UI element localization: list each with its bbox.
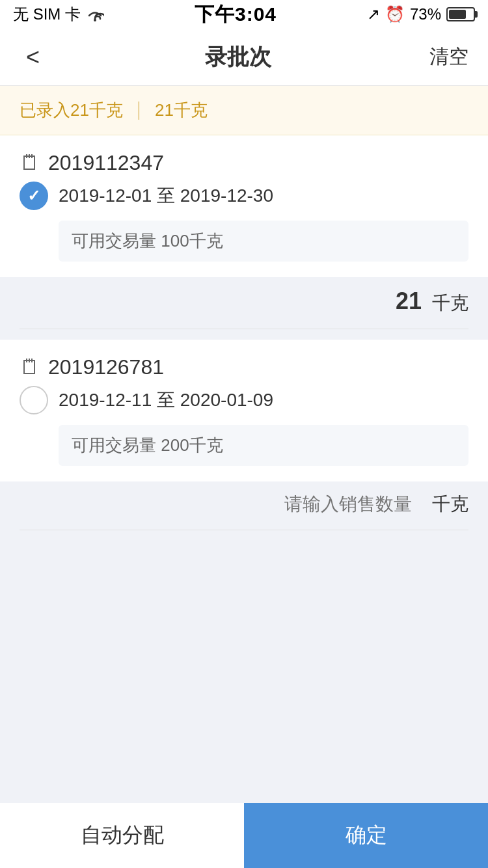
radio-1[interactable] bbox=[20, 182, 48, 210]
back-button[interactable]: < bbox=[20, 37, 46, 77]
batch-date-2: 2019-12-11 至 2020-01-09 bbox=[59, 388, 273, 413]
batch-row-1: 2019-12-01 至 2019-12-30 bbox=[20, 182, 468, 210]
svg-point-0 bbox=[94, 19, 96, 21]
confirm-button[interactable]: 确定 bbox=[244, 803, 488, 868]
status-left: 无 SIM 卡 bbox=[13, 4, 104, 25]
batch-item-2: 🗒 2019126781 2019-12-11 至 2020-01-09 可用交… bbox=[0, 340, 488, 481]
batch-amount-value-1: 21 bbox=[396, 288, 422, 315]
page-title: 录批次 bbox=[205, 42, 271, 72]
doc-icon-2: 🗒 bbox=[20, 355, 40, 379]
batch-id-1: 2019112347 bbox=[48, 151, 164, 175]
battery-percent: 73% bbox=[410, 5, 441, 23]
status-right: ↗ ⏰ 73% bbox=[367, 5, 475, 23]
bottom-bar: 自动分配 确定 bbox=[0, 803, 488, 868]
batch-input-area-2: 千克 bbox=[0, 481, 488, 530]
nav-bar: < 录批次 清空 bbox=[0, 29, 488, 86]
status-bar: 无 SIM 卡 下午3:04 ↗ ⏰ 73% bbox=[0, 0, 488, 29]
auto-distribute-button[interactable]: 自动分配 bbox=[0, 803, 244, 868]
batch-amount-area-1: 21 千克 bbox=[0, 277, 488, 329]
info-divider bbox=[139, 102, 139, 120]
section-sep-1 bbox=[0, 329, 488, 340]
recorded-value: 21千克 bbox=[155, 99, 208, 122]
batch-date-1: 2019-12-01 至 2019-12-30 bbox=[59, 183, 273, 208]
wifi-icon bbox=[86, 7, 104, 21]
radio-2[interactable] bbox=[20, 386, 48, 414]
batch-header-2: 🗒 2019126781 bbox=[20, 355, 468, 379]
batch-header-1: 🗒 2019112347 bbox=[20, 151, 468, 175]
carrier-label: 无 SIM 卡 bbox=[13, 4, 81, 25]
battery-icon bbox=[446, 7, 475, 21]
alarm-icon: ⏰ bbox=[385, 5, 405, 23]
clear-button[interactable]: 清空 bbox=[429, 44, 468, 70]
location-icon: ↗ bbox=[367, 5, 380, 23]
doc-icon-1: 🗒 bbox=[20, 151, 40, 175]
batch-avail-1: 可用交易量 100千克 bbox=[59, 221, 468, 262]
batch-item-1: 🗒 2019112347 2019-12-01 至 2019-12-30 可用交… bbox=[0, 135, 488, 277]
batch-id-2: 2019126781 bbox=[48, 355, 164, 379]
recorded-label: 已录入21千克 bbox=[20, 99, 123, 122]
status-time: 下午3:04 bbox=[195, 1, 277, 28]
batch-avail-2: 可用交易量 200千克 bbox=[59, 425, 468, 466]
batch-row-2: 2019-12-11 至 2020-01-09 bbox=[20, 386, 468, 414]
quantity-input-2[interactable] bbox=[189, 494, 422, 515]
batch-amount-unit-1: 千克 bbox=[432, 291, 468, 316]
input-unit-2: 千克 bbox=[432, 492, 468, 517]
info-banner: 已录入21千克 21千克 bbox=[0, 86, 488, 135]
